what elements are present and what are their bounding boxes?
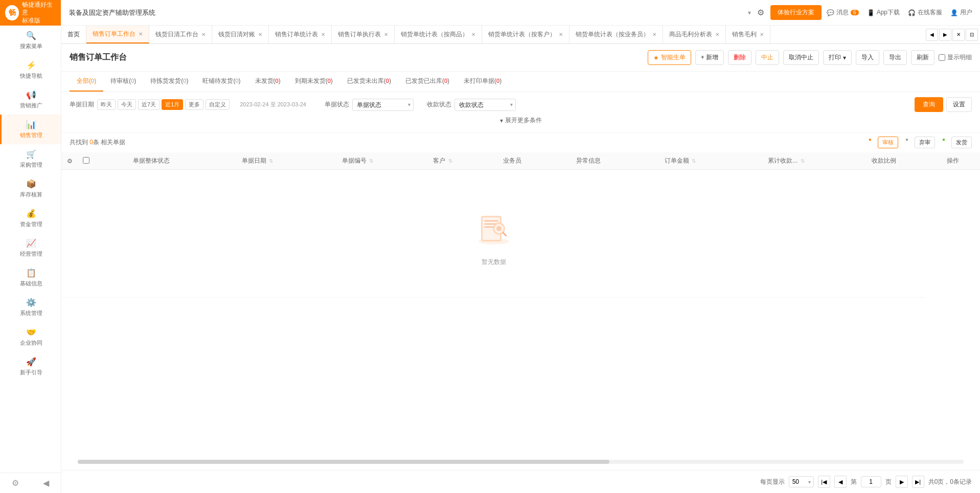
date-btn-7days[interactable]: 近7天 xyxy=(138,99,159,110)
tab-cash-daily[interactable]: 钱货日清工作台 ✕ xyxy=(149,26,212,43)
btn-add[interactable]: + 新增 xyxy=(695,50,724,65)
tabs-nav-prev[interactable]: ◀ xyxy=(926,29,938,41)
filter-status-select[interactable]: 单据状态 xyxy=(352,99,414,111)
tabs-nav-expand[interactable]: ⊡ xyxy=(966,29,978,41)
sub-tab-all[interactable]: 全部(0) xyxy=(70,72,103,92)
settings-bottom-icon[interactable]: ⚙ xyxy=(12,478,19,488)
tab-close-sales-stats-customer[interactable]: ✕ xyxy=(559,32,563,37)
sub-tab-shipped-out[interactable]: 已发货已出库(0) xyxy=(398,72,457,92)
tab-sales-stats-staff[interactable]: 销货单统计表（按业务员） ✕ xyxy=(569,26,663,43)
btn-ship[interactable]: 发货 xyxy=(951,137,972,148)
sub-tab-not-shipped[interactable]: 未发货(0) xyxy=(248,72,288,92)
system-icon: ⚙️ xyxy=(26,298,36,307)
btn-settings[interactable]: 设置 xyxy=(946,97,972,112)
tab-close-sales-stats-staff[interactable]: ✕ xyxy=(652,32,656,37)
date-btn-custom[interactable]: 自定义 xyxy=(206,99,230,110)
tab-gross-profit[interactable]: 商品毛利分析表 ✕ xyxy=(663,26,726,43)
sort-collected-icon[interactable]: ⇅ xyxy=(801,158,805,164)
topbar-dropdown-icon[interactable]: ▾ xyxy=(748,9,751,16)
sidebar-item-sales[interactable]: 📊 销售管理 xyxy=(0,115,61,144)
btn-print[interactable]: 打印 ▾ xyxy=(823,50,852,65)
tab-close-sales-more[interactable]: ✕ xyxy=(760,32,764,37)
btn-stop[interactable]: 中止 xyxy=(756,50,779,65)
btn-review[interactable]: 审核 xyxy=(878,137,898,148)
th-date: 单据日期 ⇅ xyxy=(208,152,307,170)
tab-sales-workbench[interactable]: 销售订单工作台 ✕ xyxy=(86,26,149,43)
date-btn-yesterday[interactable]: 昨天 xyxy=(97,99,116,110)
topbar-setting-icon[interactable]: ⚙ xyxy=(757,8,764,17)
filter-query-area: 查询 设置 xyxy=(915,97,972,112)
tab-close-sales-stats[interactable]: ✕ xyxy=(321,32,325,37)
sub-tab-shipped-not-warehouse[interactable]: 已发货未出库(0) xyxy=(340,72,398,92)
date-btn-1month[interactable]: 近1月 xyxy=(162,99,183,110)
btn-cancel-stop[interactable]: 取消中止 xyxy=(783,50,819,65)
filter-status-select-wrapper: 单据状态 xyxy=(352,99,414,111)
btn-smart-create[interactable]: ★ 智能生单 xyxy=(648,50,691,65)
tab-sales-stats-customer[interactable]: 销货单统计表（按客户） ✕ xyxy=(482,26,569,43)
tab-sales-exec[interactable]: 销售订单执行表 ✕ xyxy=(332,26,395,43)
sort-customer-icon[interactable]: ⇅ xyxy=(448,158,452,164)
topbar-message[interactable]: 💬 消息 6 xyxy=(827,8,859,17)
topbar-app-download[interactable]: 📱 App下载 xyxy=(867,8,900,17)
btn-refresh[interactable]: 刷新 xyxy=(911,50,935,65)
sort-date-icon[interactable]: ⇅ xyxy=(269,158,273,164)
tabs-nav-close[interactable]: ✕ xyxy=(952,29,965,41)
tab-sales-stats-product[interactable]: 销货单统计表（按商品） ✕ xyxy=(395,26,482,43)
tab-sales-more[interactable]: 销售毛利 ✕ xyxy=(726,26,770,43)
page-prev-btn[interactable]: ◀ xyxy=(834,476,847,488)
tabs-nav-next[interactable]: ▶ xyxy=(939,29,951,41)
sidebar-item-enterprise[interactable]: 🤝 企业协同 xyxy=(0,322,61,352)
sidebar-item-search[interactable]: 🔍 搜索菜单 xyxy=(0,26,61,55)
sidebar-item-base-info[interactable]: 📋 基础信息 xyxy=(0,263,61,293)
scrollbar-thumb[interactable] xyxy=(78,460,609,464)
tab-cash-reconcile[interactable]: 钱货日清对账 ✕ xyxy=(212,26,269,43)
tab-sales-stats[interactable]: 销售订单统计表 ✕ xyxy=(269,26,332,43)
tab-close-cash-reconcile[interactable]: ✕ xyxy=(258,32,262,37)
tab-close-sales-exec[interactable]: ✕ xyxy=(384,32,388,37)
sidebar-item-quick-nav[interactable]: ⚡ 快捷导航 xyxy=(0,55,61,85)
date-btn-today[interactable]: 今天 xyxy=(118,99,136,110)
btn-export[interactable]: 导出 xyxy=(883,50,907,65)
btn-cancel-review[interactable]: 弃审 xyxy=(915,137,935,148)
purchase-icon: 🛒 xyxy=(26,149,36,159)
page-next-btn[interactable]: ▶ xyxy=(896,476,908,488)
tabs-navigation: ◀ ▶ ✕ ⊡ xyxy=(924,29,980,41)
expand-more-btn[interactable]: ▾ 展开更多条件 xyxy=(70,114,972,127)
sub-tab-pending-review[interactable]: 待审核(0) xyxy=(103,72,143,92)
sidebar-item-system[interactable]: ⚙️ 系统管理 xyxy=(0,293,61,322)
btn-import[interactable]: 导入 xyxy=(856,50,879,65)
tab-close-sales-workbench[interactable]: ✕ xyxy=(139,31,143,37)
page-number-input[interactable] xyxy=(861,476,881,487)
sidebar-item-guide[interactable]: 🚀 新手引导 xyxy=(0,352,61,382)
tab-close-sales-stats-product[interactable]: ✕ xyxy=(471,32,475,37)
sub-tab-pending-inspect[interactable]: 待拣货发货(0) xyxy=(143,72,195,92)
page-last-btn[interactable]: ▶| xyxy=(912,476,924,488)
topbar-online-service[interactable]: 🎧 在线客服 xyxy=(908,8,942,17)
sub-tab-wangpu[interactable]: 旺铺待发货(0) xyxy=(195,72,247,92)
sidebar-item-inventory[interactable]: 📦 库存核算 xyxy=(0,174,61,204)
page-size-select[interactable]: 50 10 20 100 xyxy=(789,476,814,487)
th-checkbox[interactable] xyxy=(83,157,89,164)
topbar-user[interactable]: 👤 用户 xyxy=(950,8,972,17)
btn-industry[interactable]: 体验行业方案 xyxy=(770,5,822,20)
topbar-system-title: 装备及固定资产辅助管理系统 xyxy=(69,8,743,17)
sidebar-item-operations[interactable]: 📈 经营管理 xyxy=(0,233,61,263)
cb-detail-checkbox[interactable] xyxy=(939,54,945,61)
filter-payment-select[interactable]: 收款状态 xyxy=(454,99,516,111)
tab-close-gross-profit[interactable]: ✕ xyxy=(715,32,719,37)
sort-number-icon[interactable]: ⇅ xyxy=(369,158,373,164)
tab-home[interactable]: 首页 xyxy=(61,26,86,43)
column-settings-icon[interactable]: ⚙ xyxy=(67,158,73,165)
sub-tab-overdue-ship[interactable]: 到期未发货(0) xyxy=(288,72,340,92)
page-first-btn[interactable]: |◀ xyxy=(818,476,830,488)
sub-tab-not-printed[interactable]: 未打印单据(0) xyxy=(457,72,509,92)
sidebar-item-finance[interactable]: 💰 资金管理 xyxy=(0,204,61,233)
sort-amount-icon[interactable]: ⇅ xyxy=(692,158,696,164)
btn-delete[interactable]: 删除 xyxy=(728,50,751,65)
sidebar-item-marketing[interactable]: 📢 营销推广 xyxy=(0,85,61,115)
collapse-icon[interactable]: ◀ xyxy=(43,478,49,488)
tab-close-cash-daily[interactable]: ✕ xyxy=(201,32,206,37)
sidebar-item-purchase[interactable]: 🛒 采购管理 xyxy=(0,144,61,174)
btn-query[interactable]: 查询 xyxy=(915,97,943,112)
date-btn-more[interactable]: 更多 xyxy=(185,99,203,110)
